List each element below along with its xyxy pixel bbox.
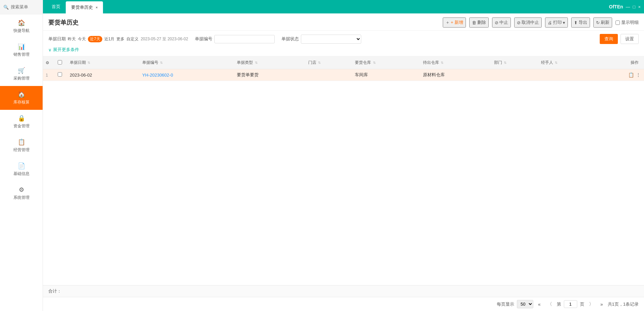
- print-dropdown-icon: ▾: [563, 20, 565, 25]
- col-doc-type[interactable]: 单据类型 ⇅: [234, 56, 305, 69]
- table-area: ⚙ 单据日期 ⇅ 单据编号 ⇅: [43, 56, 644, 285]
- row-department: [491, 69, 538, 81]
- expand-more-btn[interactable]: ∨ 展开更多条件: [48, 47, 639, 53]
- plus-icon: ＋: [445, 19, 450, 26]
- data-table: ⚙ 单据日期 ⇅ 单据编号 ⇅: [43, 56, 644, 81]
- row-doc-no: YH-20230602-0: [140, 69, 234, 81]
- sort-icon-store: ⇅: [318, 61, 321, 64]
- print-button[interactable]: 🖨 打印 ▾: [545, 17, 568, 28]
- refresh-button[interactable]: ↻ 刷新: [593, 17, 612, 28]
- export-button[interactable]: ⬆ 导出: [571, 17, 590, 28]
- new-button[interactable]: ＋ + 新增: [443, 17, 466, 28]
- row-handler: [538, 69, 596, 81]
- display-detail-toggle[interactable]: 显示明细: [615, 19, 639, 26]
- sidebar-search[interactable]: 🔍 搜索菜单: [0, 0, 43, 14]
- table-footer: 合计：: [43, 285, 644, 297]
- page-number-input[interactable]: 1: [564, 300, 577, 308]
- next-page-btn[interactable]: 〉: [587, 301, 596, 308]
- date-range-value: 2023-05-27 至 2023-06-02: [141, 36, 188, 42]
- row-checkbox[interactable]: [58, 72, 62, 77]
- main-content: 首页 要货单历史 × OfTEn — □ × 要货单历史 ＋ + 新增: [43, 0, 644, 311]
- sidebar-item-label: 系统管理: [13, 195, 30, 201]
- doc-status-select[interactable]: [301, 35, 361, 44]
- topbar-right: OfTEn — □ ×: [609, 4, 641, 9]
- col-pending-warehouse[interactable]: 待出仓库 ⇅: [420, 56, 491, 69]
- col-store[interactable]: 门店 ⇅: [306, 56, 353, 69]
- summary-label: 合计：: [48, 288, 61, 294]
- shortcut-today[interactable]: 今天: [78, 36, 86, 42]
- doc-no-label: 单据编号: [195, 36, 212, 42]
- row-edit-btn[interactable]: 📋: [628, 72, 634, 78]
- search-icon: 🔍: [3, 5, 9, 10]
- col-doc-date[interactable]: 单据日期 ⇅: [67, 56, 140, 69]
- col-settings[interactable]: ⚙: [43, 56, 55, 69]
- sidebar-item-label: 基础信息: [13, 171, 30, 177]
- col-department[interactable]: 部门 ⇅: [491, 56, 538, 69]
- sidebar-item-label: 资金管理: [13, 123, 30, 129]
- sidebar-item-finance-mgmt[interactable]: 🔒 资金管理: [0, 110, 43, 134]
- refresh-icon: ↻: [596, 20, 600, 25]
- sort-icon-doc-date: ⇅: [88, 61, 90, 64]
- page-label: 第: [557, 301, 561, 307]
- sidebar-item-sys-mgmt[interactable]: ⚙ 系统管理: [0, 181, 43, 205]
- header-actions: ＋ + 新增 🗑 删除 ⊘ 中止 ⊘ 取消中止: [443, 17, 639, 28]
- sort-icon-handler: ⇅: [555, 61, 557, 64]
- sort-icon-req-warehouse: ⇅: [373, 61, 376, 64]
- select-all-checkbox[interactable]: [58, 60, 62, 64]
- col-req-warehouse[interactable]: 要货仓库 ⇅: [352, 56, 420, 69]
- row-num: 1: [43, 69, 55, 81]
- shortcut-1month[interactable]: 近1月: [104, 36, 115, 42]
- sidebar-item-quick-nav[interactable]: 🏠 快捷导航: [0, 14, 43, 38]
- first-page-btn[interactable]: «: [536, 301, 543, 308]
- cancel-stop-button[interactable]: ⊘ 取消中止: [514, 17, 542, 28]
- query-button[interactable]: 查询: [600, 34, 618, 44]
- per-page-label: 每页显示: [497, 301, 514, 307]
- sidebar-item-ops-mgmt[interactable]: 📋 经营管理: [0, 134, 43, 158]
- sidebar-item-label: 销售管理: [13, 52, 30, 57]
- sidebar-item-label: 采购管理: [13, 76, 30, 81]
- doc-no-link[interactable]: YH-20230602-0: [142, 73, 173, 78]
- tab-home[interactable]: 首页: [46, 0, 66, 13]
- delete-button[interactable]: 🗑 删除: [469, 17, 489, 28]
- sidebar-item-label: 快捷导航: [13, 28, 30, 34]
- row-more-btn[interactable]: ⋮: [636, 72, 641, 78]
- window-close-btn[interactable]: ×: [638, 4, 641, 9]
- sidebar-item-label: 库存核算: [13, 99, 30, 105]
- doc-status-label: 单据状态: [281, 36, 299, 42]
- display-detail-checkbox[interactable]: [615, 20, 620, 25]
- total-info: 共1页，1条记录: [608, 301, 639, 307]
- row-checkbox-cell: [55, 69, 67, 81]
- tab-home-label: 首页: [52, 4, 60, 10]
- last-page-btn[interactable]: »: [598, 301, 605, 308]
- sidebar-item-inventory[interactable]: 🏠 库存核算: [0, 86, 43, 110]
- sidebar-item-label: 经营管理: [13, 147, 30, 153]
- sidebar-item-sales-mgmt[interactable]: 📊 销售管理: [0, 38, 43, 62]
- per-page-select[interactable]: 50: [517, 300, 533, 308]
- window-maximize-btn[interactable]: □: [633, 4, 636, 9]
- shortcut-more[interactable]: 更多: [116, 36, 124, 42]
- tab-active[interactable]: 要货单历史 ×: [66, 1, 103, 13]
- docstatus-filter-item: 单据状态: [281, 35, 361, 44]
- tab-close-icon[interactable]: ×: [96, 5, 98, 9]
- filter-action-buttons: 查询 设置: [600, 34, 639, 44]
- prev-page-btn[interactable]: 〈: [545, 301, 554, 308]
- window-minimize-btn[interactable]: —: [626, 4, 630, 9]
- filter-row: 单据日期 昨天 今天 近7天 近1月 更多 自定义 2023-05-27 至 2…: [48, 34, 639, 44]
- doc-no-input[interactable]: [214, 35, 275, 43]
- sort-icon-doc-type: ⇅: [255, 61, 258, 64]
- shortcut-yesterday[interactable]: 昨天: [68, 36, 76, 42]
- docno-filter-item: 单据编号: [195, 35, 275, 43]
- stop-button[interactable]: ⊘ 中止: [492, 17, 511, 28]
- col-doc-no[interactable]: 单据编号 ⇅: [140, 56, 234, 69]
- settings-button[interactable]: 设置: [621, 34, 639, 44]
- shortcut-custom[interactable]: 自定义: [126, 36, 139, 42]
- col-handler[interactable]: 经手人 ⇅: [538, 56, 596, 69]
- sort-icon-doc-no: ⇅: [160, 61, 163, 64]
- shortcut-7days[interactable]: 近7天: [88, 36, 102, 42]
- sidebar-item-purchase-mgmt[interactable]: 🛒 采购管理: [0, 62, 43, 86]
- sidebar-item-basic-info[interactable]: 📄 基础信息: [0, 158, 43, 181]
- row-doc-date: 2023-06-02: [67, 69, 140, 81]
- row-store: [306, 69, 353, 81]
- filter-area: 单据日期 昨天 今天 近7天 近1月 更多 自定义 2023-05-27 至 2…: [43, 31, 644, 56]
- chart-icon: 📊: [18, 43, 25, 50]
